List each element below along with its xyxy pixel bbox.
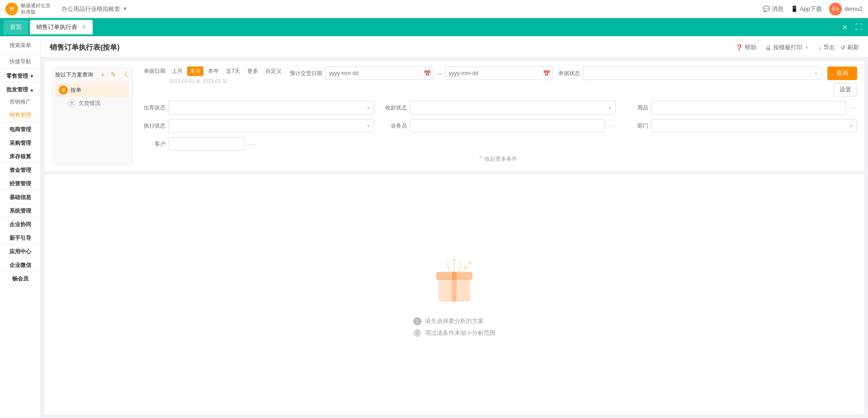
print-icon: 🖨 xyxy=(765,44,771,51)
sidebar-quick-nav[interactable]: 快捷导航 xyxy=(0,55,40,69)
page-header: 销售订单执行表(按单) ❓ 帮助 🖨 按模板打印 ▼ ↓ 导出 xyxy=(41,36,868,57)
scheme-add-btn[interactable]: + xyxy=(98,70,107,79)
setting-button[interactable]: 设置 xyxy=(834,83,857,96)
tab-close-icon[interactable]: ✕ xyxy=(82,24,86,30)
sidebar-item-ecommerce[interactable]: 电商管理 xyxy=(0,122,40,135)
sidebar-group-purchase: 采购管理 xyxy=(0,136,40,149)
print-btn[interactable]: 🖨 按模板打印 ▼ xyxy=(762,42,813,53)
date-label-row: 单据日期 上月 本月 本年 近7天 更多 自定义 xyxy=(138,66,284,76)
scheme-item-arrears[interactable]: 欠 欠货情况 xyxy=(55,97,129,109)
exec-status-label: 执行状态 xyxy=(138,122,165,130)
search-menu-btn[interactable]: 搜索菜单 xyxy=(4,40,37,51)
sidebar-item-enterprise[interactable]: 企业协同 xyxy=(0,217,40,230)
scheme-panel-header: 按以下方案查询 + ✎ 《 xyxy=(55,70,129,79)
logo-area: 好 畅捷通好生意 标准版 xyxy=(5,3,51,15)
collection-status-label: 收款状态 xyxy=(380,104,407,112)
sidebar-group-wechat: 企业微信 xyxy=(0,258,40,271)
filter-row-3: 执行状态 ▼ 业务员 xyxy=(138,119,857,133)
exec-status-group: 执行状态 ▼ xyxy=(138,119,374,133)
this-month-btn[interactable]: 本月 xyxy=(187,66,203,76)
refresh-btn[interactable]: ↺ 刷新 xyxy=(840,43,859,52)
delivery-date-to[interactable] xyxy=(445,66,553,80)
messages-btn[interactable]: 💬 消息 xyxy=(763,5,783,13)
sidebar-group-member: 畅会员 xyxy=(0,271,40,285)
content-area: 销售订单执行表(按单) ❓ 帮助 🖨 按模板打印 ▼ ↓ 导出 xyxy=(41,36,868,418)
filter-main-area: 按以下方案查询 + ✎ 《 单 按单 欠 xyxy=(52,66,857,166)
dept-group: 部门 ▼ xyxy=(621,119,857,133)
sidebar-item-system[interactable]: 系统管理 xyxy=(0,204,40,217)
empty-svg xyxy=(427,252,481,306)
sidebar-item-member[interactable]: 畅会员 xyxy=(0,271,40,285)
dept-select[interactable] xyxy=(651,119,857,133)
salesperson-more-btn[interactable]: ··· xyxy=(608,122,616,129)
user-avatar: Ea xyxy=(829,3,842,15)
sidebar-item-sales-mgmt[interactable]: 销售管理 xyxy=(0,109,40,122)
last7-btn[interactable]: 近7天 xyxy=(223,66,243,76)
sidebar-item-guide[interactable]: 新手引导 xyxy=(0,231,40,244)
nav-path: 办公用品行业模拟账套 ▼ xyxy=(61,5,128,13)
sidebar-item-operations[interactable]: 经营管理 xyxy=(0,176,40,190)
scheme-by-order-label: 按单 xyxy=(71,86,81,94)
sidebar-group-ecommerce: 电商管理 xyxy=(0,122,40,136)
customer-input[interactable] xyxy=(168,137,245,151)
sidebar-item-finance[interactable]: 资金管理 xyxy=(0,163,40,176)
sidebar-item-purchase[interactable]: 采购管理 xyxy=(0,136,40,149)
prev-month-btn[interactable]: 上月 xyxy=(169,66,185,76)
close-window-btn[interactable]: ✕ xyxy=(839,22,850,33)
tab-sales-exec[interactable]: 销售订单执行表 ✕ xyxy=(30,20,93,34)
exec-status-select[interactable] xyxy=(168,119,374,133)
page-title: 销售订单执行表(按单) xyxy=(50,43,120,52)
custom-btn[interactable]: 自定义 xyxy=(263,66,284,76)
window-controls: ✕ ⛶ xyxy=(839,22,864,33)
sidebar-item-marketing[interactable]: 营销推广 xyxy=(0,95,40,109)
search-button[interactable]: 查询 xyxy=(827,66,857,80)
filter-panel: 按以下方案查询 + ✎ 《 单 按单 欠 xyxy=(44,61,864,171)
dept-select-wrap: ▼ xyxy=(651,119,857,133)
customer-more-btn[interactable]: ··· xyxy=(248,140,256,147)
scheme-item-by-order[interactable]: 单 按单 xyxy=(55,83,129,97)
order-status-label: 单据状态 xyxy=(558,70,580,77)
svg-line-7 xyxy=(459,265,461,272)
goods-more-btn[interactable]: ··· xyxy=(849,104,857,111)
svg-line-8 xyxy=(448,265,450,272)
svg-point-4 xyxy=(464,266,467,270)
help-btn[interactable]: ❓ 帮助 xyxy=(736,43,756,52)
delivery-date-to-wrap: 📅 xyxy=(445,66,553,80)
delivery-status-select-wrap: ▼ xyxy=(168,101,374,114)
print-arrow-icon: ▼ xyxy=(805,45,810,50)
sidebar-group-finance: 资金管理 xyxy=(0,163,40,176)
goods-input[interactable] xyxy=(651,101,846,114)
empty-illustration xyxy=(427,252,481,306)
tab-home[interactable]: 首页 xyxy=(4,20,28,34)
this-year-btn[interactable]: 本年 xyxy=(205,66,222,76)
delivery-date-from[interactable] xyxy=(325,66,434,80)
date-filter-group: 单据日期 上月 本月 本年 近7天 更多 自定义 xyxy=(138,66,284,85)
more-btn[interactable]: 更多 xyxy=(245,66,261,76)
sidebar-group-system: 系统管理 xyxy=(0,204,40,217)
sidebar-item-basic[interactable]: 基础信息 xyxy=(0,190,40,203)
sidebar-group-wholesale-title[interactable]: 批发管理 ▲ xyxy=(0,82,40,95)
delivery-status-select[interactable] xyxy=(168,101,374,114)
goods-group: 商品 ··· xyxy=(621,101,857,114)
export-btn[interactable]: ↓ 导出 xyxy=(819,43,835,52)
sidebar-item-inventory[interactable]: 库存核算 xyxy=(0,149,40,162)
maximize-window-btn[interactable]: ⛶ xyxy=(854,22,864,33)
user-area[interactable]: Ea demo2 xyxy=(829,3,863,15)
date-label: 单据日期 xyxy=(138,67,165,75)
app-download-btn[interactable]: 📱 App下载 xyxy=(791,5,822,13)
nav-dropdown-icon[interactable]: ▼ xyxy=(122,5,128,12)
sidebar-group-retail-title[interactable]: 零售管理 ▼ xyxy=(0,69,40,82)
collection-status-select[interactable] xyxy=(410,101,616,114)
collapse-more-btn[interactable]: ⌃ 收起更多条件 xyxy=(138,152,857,166)
order-status-select[interactable] xyxy=(583,66,822,80)
sidebar-item-apps[interactable]: 应用中心 xyxy=(0,244,40,257)
scheme-edit-btn[interactable]: ✎ xyxy=(109,70,118,79)
filter-row-4: 客户 ··· xyxy=(138,137,857,151)
page-actions: ❓ 帮助 🖨 按模板打印 ▼ ↓ 导出 ↺ 刷新 xyxy=(736,42,859,53)
help-icon: ❓ xyxy=(736,44,743,51)
sidebar-item-wechat[interactable]: 企业微信 xyxy=(0,258,40,271)
scheme-collapse-btn[interactable]: 《 xyxy=(120,70,129,79)
salesperson-input[interactable] xyxy=(410,119,605,133)
collapse-icon: ⌃ xyxy=(478,156,483,162)
top-bar: 好 畅捷通好生意 标准版 办公用品行业模拟账套 ▼ 💬 消息 📱 App下载 E… xyxy=(0,0,868,18)
